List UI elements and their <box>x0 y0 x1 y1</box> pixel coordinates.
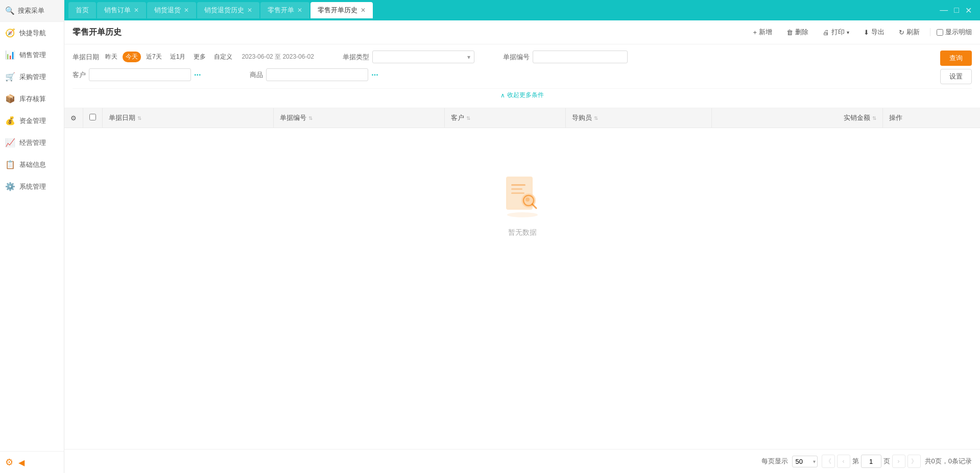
filter-goods: 商品 ··· <box>250 68 378 81</box>
filter-row-2: 客户 ··· 商品 ··· <box>73 68 940 81</box>
sidebar-item-label: 销售管理 <box>19 51 46 60</box>
content-area: 零售开单历史 + 新增 🗑 删除 🖨 打印 ▾ ⬇ 导出 <box>64 20 980 473</box>
last-page-btn[interactable]: 》 <box>907 455 921 468</box>
th-amount-sort[interactable]: 实销金额 ⇅ <box>718 113 876 122</box>
toolbar: + 新增 🗑 删除 🖨 打印 ▾ ⬇ 导出 ↻ 刷新 <box>749 26 972 39</box>
tab-retail-open-history[interactable]: 零售开单历史 ✕ <box>310 2 373 18</box>
th-customer-sort[interactable]: 客户 ⇅ <box>451 113 559 122</box>
maximize-btn[interactable]: □ <box>954 6 959 15</box>
customer-label: 客户 <box>73 70 86 80</box>
goods-dots-btn[interactable]: ··· <box>371 70 378 80</box>
sidebar-item-purchase-mgmt[interactable]: 🛒 采购管理 <box>0 66 64 88</box>
basic-info-icon: 📋 <box>5 160 15 169</box>
sidebar-item-label: 基础信息 <box>19 160 46 169</box>
show-detail-input[interactable] <box>937 29 943 36</box>
first-page-btn[interactable]: 《 <box>822 455 835 468</box>
page-label: 第 <box>852 457 859 466</box>
sidebar: 🔍 搜索采单 🧭 快捷导航 📊 销售管理 🛒 采购管理 📦 库存核算 💰 资金管… <box>0 0 64 473</box>
tab-sales-return-history-close[interactable]: ✕ <box>247 7 252 14</box>
sidebar-item-sales-mgmt[interactable]: 📊 销售管理 <box>0 44 64 66</box>
shortcut-custom[interactable]: 自定义 <box>211 52 235 62</box>
collapse-sidebar-icon[interactable]: ◀ <box>18 458 25 467</box>
sidebar-item-inventory[interactable]: 📦 库存核算 <box>0 88 64 110</box>
shortcut-today[interactable]: 今天 <box>123 52 141 62</box>
tab-retail-open-close[interactable]: ✕ <box>297 7 302 14</box>
bill-no-input[interactable] <box>533 51 628 63</box>
table-body: 暂无数据 <box>64 128 980 279</box>
th-customer: 客户 ⇅ <box>445 108 566 128</box>
page-title: 零售开单历史 <box>73 27 122 38</box>
sidebar-search[interactable]: 🔍 搜索采单 <box>0 0 64 22</box>
th-guide-sort[interactable]: 导购员 ⇅ <box>572 113 705 122</box>
show-detail-checkbox[interactable]: 显示明细 <box>937 28 972 37</box>
tab-sales-return-close[interactable]: ✕ <box>184 7 189 14</box>
sidebar-item-basic-info[interactable]: 📋 基础信息 <box>0 154 64 176</box>
per-page-select[interactable]: 50 10 20 100 <box>792 456 818 467</box>
prev-page-btn[interactable]: ‹ <box>837 455 850 468</box>
print-arrow-icon: ▾ <box>847 30 849 35</box>
column-settings-icon[interactable]: ⚙ <box>70 114 77 122</box>
svg-rect-5 <box>511 192 524 194</box>
tab-retail-open[interactable]: 零售开单 ✕ <box>260 2 309 18</box>
empty-state: 暂无数据 <box>64 128 980 278</box>
date-shortcuts: 昨天 今天 近7天 近1月 更多 自定义 <box>102 52 235 62</box>
delete-btn[interactable]: 🗑 删除 <box>782 26 812 39</box>
settings-button[interactable]: 设置 <box>940 69 972 84</box>
customer-dots-btn[interactable]: ··· <box>194 70 201 80</box>
page-header: 零售开单历史 + 新增 🗑 删除 🖨 打印 ▾ ⬇ 导出 <box>64 20 980 44</box>
print-btn[interactable]: 🖨 打印 ▾ <box>819 26 853 39</box>
pagination: 每页显示 50 10 20 100 ▾ 《 ‹ 第 页 › 》 共0页，0条记录 <box>64 449 980 473</box>
query-settings-buttons: 查询 设置 <box>940 51 972 84</box>
query-button[interactable]: 查询 <box>940 51 972 66</box>
sidebar-item-finance[interactable]: 💰 资金管理 <box>0 110 64 132</box>
sort-amount-icon: ⇅ <box>872 115 876 121</box>
purchase-icon: 🛒 <box>5 72 15 82</box>
settings-footer-icon[interactable]: ⚙ <box>5 457 13 468</box>
sort-bill-no-icon: ⇅ <box>308 115 313 121</box>
sidebar-footer: ⚙ ◀ <box>0 451 64 473</box>
bill-no-label: 单据编号 <box>503 53 530 62</box>
tab-retail-open-history-close[interactable]: ✕ <box>361 7 366 14</box>
th-check[interactable] <box>83 108 103 128</box>
filter-bill-no: 单据编号 <box>503 51 628 63</box>
page-input[interactable] <box>861 455 881 468</box>
goods-input[interactable] <box>266 68 368 81</box>
table-area: ⚙ 单据日期 ⇅ 单据编号 <box>64 108 980 449</box>
tab-sales-order[interactable]: 销售订单 ✕ <box>97 2 146 18</box>
minimize-btn[interactable]: — <box>940 6 948 15</box>
next-page-btn[interactable]: › <box>892 455 905 468</box>
customer-input[interactable] <box>89 68 191 81</box>
shortcut-7days[interactable]: 近7天 <box>143 52 165 62</box>
bill-type-select-wrapper <box>372 51 474 63</box>
tab-sales-return-label: 销货退货 <box>154 6 181 15</box>
svg-rect-4 <box>511 188 522 190</box>
table-header: ⚙ 单据日期 ⇅ 单据编号 <box>64 108 980 128</box>
system-icon: ⚙️ <box>5 182 15 191</box>
tab-sales-return[interactable]: 销货退货 ✕ <box>147 2 196 18</box>
add-label: 新增 <box>759 28 772 37</box>
sidebar-item-operations[interactable]: 📈 经营管理 <box>0 132 64 154</box>
th-bill-no-sort[interactable]: 单据编号 ⇅ <box>280 113 438 122</box>
close-btn[interactable]: ✕ <box>965 6 972 15</box>
th-bill-no-label: 单据编号 <box>280 113 306 122</box>
tab-sales-order-close[interactable]: ✕ <box>134 7 139 14</box>
filter-bill-type: 单据类型 <box>343 51 474 63</box>
tab-sales-return-history[interactable]: 销货退货历史 ✕ <box>197 2 259 18</box>
shortcut-1month[interactable]: 近1月 <box>167 52 189 62</box>
empty-text: 暂无数据 <box>508 228 537 237</box>
export-btn[interactable]: ⬇ 导出 <box>859 26 889 39</box>
tab-bar: 首页 销售订单 ✕ 销货退货 ✕ 销货退货历史 ✕ 零售开单 ✕ 零售开单历史 … <box>64 0 980 20</box>
sidebar-item-quick-nav[interactable]: 🧭 快捷导航 <box>0 22 64 44</box>
bill-type-select[interactable] <box>372 51 474 63</box>
th-date-label: 单据日期 <box>109 113 135 122</box>
select-all-checkbox[interactable] <box>89 114 96 120</box>
th-settings[interactable]: ⚙ <box>64 108 83 128</box>
th-date-sort[interactable]: 单据日期 ⇅ <box>109 113 267 122</box>
sidebar-item-system-mgmt[interactable]: ⚙️ 系统管理 <box>0 176 64 197</box>
shortcut-more[interactable]: 更多 <box>190 52 209 62</box>
refresh-btn[interactable]: ↻ 刷新 <box>895 26 924 39</box>
tab-home[interactable]: 首页 <box>68 2 96 18</box>
shortcut-yesterday[interactable]: 昨天 <box>102 52 121 62</box>
add-btn[interactable]: + 新增 <box>749 26 776 39</box>
collapse-bar[interactable]: ∧ 收起更多条件 <box>73 88 972 102</box>
